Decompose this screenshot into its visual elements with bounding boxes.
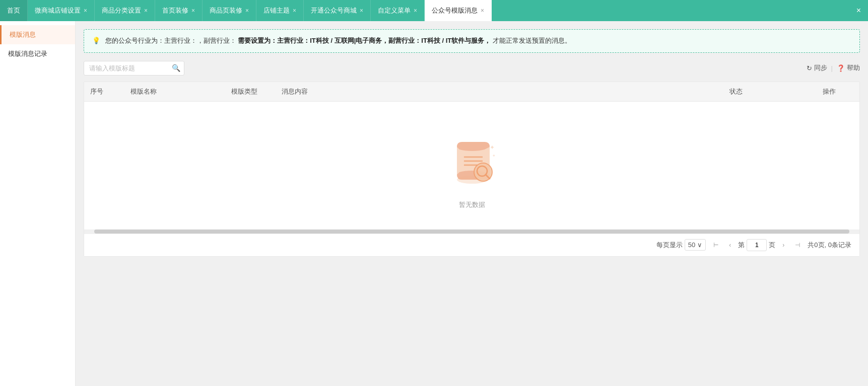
search-input-wrap: 🔍 [84, 61, 184, 75]
nav-tab-template-msg[interactable]: 公众号模版消息 × [425, 0, 492, 21]
table-container: 序号 模版名称 模版类型 消息内容 状态 操作 [84, 82, 860, 257]
scrollbar-thumb[interactable] [94, 229, 849, 234]
page-prefix: 第 [738, 241, 745, 250]
search-left: 🔍 [84, 61, 184, 75]
nav-tab-home-decoration[interactable]: 首页装修 × [155, 0, 203, 21]
nav-tab-category-settings-label: 商品分类设置 [102, 6, 141, 15]
nav-tab-open-mall[interactable]: 开通公众号商城 × [304, 0, 371, 21]
page-size-value: 50 [688, 241, 695, 249]
notice-text-prefix: 您的公众号行业为：主营行业：，副营行业： [105, 37, 236, 44]
scrollbar-track[interactable] [84, 229, 859, 234]
notice-icon: 💡 [92, 37, 100, 44]
empty-text: 暂无数据 [459, 200, 485, 209]
svg-text:✦: ✦ [490, 144, 495, 151]
svg-text:✦: ✦ [492, 153, 496, 158]
close-home-decoration-icon[interactable]: × [191, 7, 195, 14]
th-status: 状态 [723, 82, 799, 101]
sidebar-item-template-msg-label: 模版消息 [10, 31, 36, 38]
search-right: ↻ 同步 | ❓ 帮助 [807, 63, 860, 72]
th-type: 模版类型 [225, 82, 276, 101]
nav-tab-shop-settings[interactable]: 微商城店铺设置 × [28, 0, 95, 21]
close-custom-menu-icon[interactable]: × [414, 7, 417, 14]
total-info: 共0页, 0条记录 [808, 241, 851, 250]
close-store-theme-icon[interactable]: × [293, 7, 296, 14]
help-button[interactable]: ❓ 帮助 [837, 63, 860, 72]
help-icon: ❓ [837, 64, 845, 72]
close-category-settings-icon[interactable]: × [144, 7, 148, 14]
nav-tab-category-settings[interactable]: 商品分类设置 × [95, 0, 155, 21]
nav-tab-template-msg-label: 公众号模版消息 [432, 6, 478, 15]
main-layout: 模版消息 模版消息记录 💡 您的公众号行业为：主营行业：，副营行业： 需要设置为… [0, 21, 868, 386]
nav-tab-store-theme[interactable]: 店铺主题 × [256, 0, 304, 21]
page-size-label: 每页显示 [656, 241, 683, 250]
top-nav: 首页 微商城店铺设置 × 商品分类设置 × 首页装修 × 商品页装修 × 店铺主… [0, 0, 868, 21]
close-all-button[interactable]: × [849, 6, 868, 15]
page-first-button[interactable]: ⊢ [710, 239, 722, 251]
notice-text-suffix: 才能正常发送预置的消息。 [493, 37, 571, 44]
nav-tab-custom-menu[interactable]: 自定义菜单 × [371, 0, 425, 21]
page-size-select: 每页显示 50 ∨ [656, 239, 706, 251]
page-size-dropdown[interactable]: 50 ∨ [685, 239, 706, 251]
th-seq: 序号 [84, 82, 124, 101]
sidebar: 模版消息 模版消息记录 [0, 21, 76, 386]
page-nav: ⊢ ‹ 第 页 › ⊣ [710, 239, 804, 251]
search-icon[interactable]: 🔍 [172, 64, 180, 72]
nav-tab-open-mall-label: 开通公众号商城 [311, 6, 357, 15]
content-area: 💡 您的公众号行业为：主营行业：，副营行业： 需要设置为：主营行业：IT科技 /… [76, 21, 868, 386]
nav-tab-home-decoration-label: 首页装修 [162, 6, 188, 15]
close-product-decoration-icon[interactable]: × [245, 7, 249, 14]
chevron-down-icon: ∨ [697, 241, 702, 249]
notice-box: 💡 您的公众号行业为：主营行业：，副营行业： 需要设置为：主营行业：IT科技 /… [84, 29, 860, 53]
page-prev-button[interactable]: ‹ [724, 239, 736, 251]
page-last-button[interactable]: ⊣ [791, 239, 804, 251]
nav-tab-product-decoration[interactable]: 商品页装修 × [203, 0, 256, 21]
close-open-mall-icon[interactable]: × [360, 7, 363, 14]
divider: | [831, 64, 833, 72]
sync-button[interactable]: ↻ 同步 [807, 63, 827, 72]
table-header: 序号 模版名称 模版类型 消息内容 状态 操作 [84, 82, 859, 102]
search-input[interactable] [84, 61, 184, 75]
th-content: 消息内容 [276, 82, 723, 101]
page-next-button[interactable]: › [777, 239, 789, 251]
sidebar-item-template-msg[interactable]: 模版消息 [0, 25, 75, 44]
notice-highlight: 需要设置为：主营行业：IT科技 / 互联网|电子商务，副营行业：IT科技 / I… [238, 37, 491, 44]
pagination: 每页显示 50 ∨ ⊢ ‹ 第 页 › ⊣ 共0页, 0条记录 [84, 234, 859, 256]
help-label: 帮助 [847, 63, 860, 72]
sync-icon: ↻ [807, 64, 812, 72]
sync-label: 同步 [814, 63, 827, 72]
nav-tab-product-decoration-label: 商品页装修 [210, 6, 242, 15]
search-bar: 🔍 ↻ 同步 | ❓ 帮助 [84, 61, 860, 75]
nav-tab-shop-settings-label: 微商城店铺设置 [35, 6, 81, 15]
nav-tab-custom-menu-label: 自定义菜单 [378, 6, 411, 15]
th-name: 模版名称 [124, 82, 225, 101]
sidebar-item-template-msg-record-label: 模版消息记录 [8, 50, 47, 57]
page-unit: 页 [769, 241, 775, 250]
empty-icon: ✦ ✦ [442, 132, 502, 192]
close-shop-settings-icon[interactable]: × [84, 7, 87, 14]
nav-tab-home[interactable]: 首页 [0, 0, 28, 21]
th-action: 操作 [799, 82, 859, 101]
nav-tab-home-label: 首页 [7, 6, 20, 15]
close-template-msg-icon[interactable]: × [481, 7, 484, 14]
sidebar-item-template-msg-record[interactable]: 模版消息记录 [0, 44, 75, 63]
page-input[interactable] [747, 239, 767, 251]
nav-tab-store-theme-label: 店铺主题 [263, 6, 290, 15]
empty-state: ✦ ✦ 暂无数据 [84, 102, 859, 229]
